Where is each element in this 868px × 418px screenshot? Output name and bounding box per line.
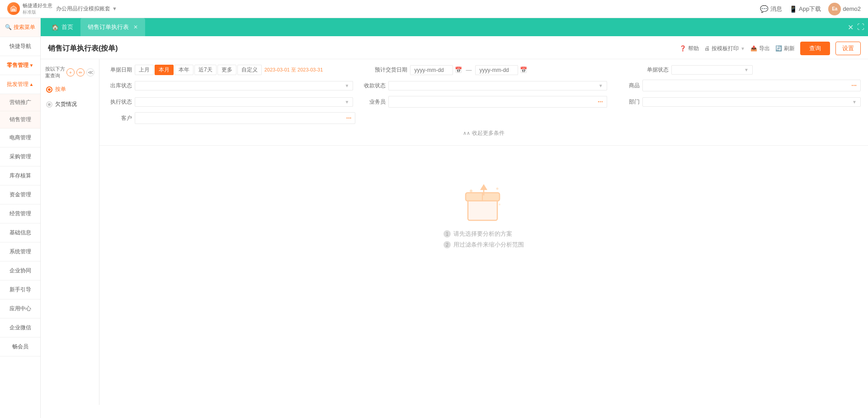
scheme-item-owe-goods[interactable]: 欠货情况 — [41, 97, 99, 112]
sidebar-finance[interactable]: 资金管理 — [0, 185, 40, 204]
scheme-sidebar: 按以下方案查询 + ✏ ≪ 按单 — [41, 59, 99, 405]
tab-close-all-btn[interactable]: ✕ — [848, 23, 854, 32]
salesman-select[interactable]: ··· — [388, 96, 607, 108]
date-btn-last-month[interactable]: 上月 — [135, 65, 154, 75]
exec-status-select[interactable]: ▼ — [135, 97, 353, 107]
sidebar-ops-label: 经营管理 — [9, 210, 31, 217]
sidebar-member-label: 畅会员 — [12, 343, 28, 350]
filter-row-1: 单据日期 上月 本月 本年 近7天 更多 自定义 — [107, 65, 861, 75]
help-icon: ❓ — [679, 45, 686, 52]
tab-bar-actions: ✕ ⛶ — [848, 23, 864, 32]
search-icon: 🔍 — [5, 24, 12, 30]
username: demo2 — [843, 5, 861, 12]
print-label: 按模板打印 — [712, 45, 739, 52]
settings-button[interactable]: 设置 — [835, 42, 861, 55]
date-label: 单据日期 — [107, 66, 132, 74]
date-btn-7days[interactable]: 近7天 — [194, 65, 217, 75]
date-btn-this-month[interactable]: 本月 — [155, 65, 174, 75]
calendar-end-icon[interactable]: 📅 — [520, 66, 527, 73]
page-inner: 销售订单执行表(按单) ❓ 帮助 🖨 按模板打印 ▼ 📤 — [41, 36, 868, 418]
page-title: 销售订单执行表(按单) — [48, 44, 118, 53]
svg-point-5 — [496, 188, 499, 190]
customer-select[interactable]: ··· — [135, 112, 355, 124]
order-status-select[interactable]: ▼ — [671, 65, 753, 75]
filter-row-2: 出库状态 ▼ 收款状态 — [107, 80, 861, 91]
breadcrumb: 办公用品行业模拟账套 ▼ — [56, 5, 117, 13]
app-icon: 📱 — [789, 5, 797, 13]
tab-expand-btn[interactable]: ⛶ — [857, 23, 864, 32]
sidebar-marketing[interactable]: 营销推广 — [0, 94, 40, 111]
sidebar-wechat-label: 企业微信 — [9, 324, 31, 331]
refresh-btn[interactable]: 🔄 刷新 — [775, 45, 795, 52]
top-bar-right: 💬 消息 📱 App下载 Ea demo2 — [760, 3, 861, 15]
query-button[interactable]: 查询 — [800, 42, 830, 55]
empty-svg — [461, 182, 506, 223]
help-btn[interactable]: ❓ 帮助 — [679, 45, 699, 52]
date-btn-custom[interactable]: 自定义 — [237, 65, 262, 75]
scheme-collapse-btn[interactable]: ≪ — [86, 68, 94, 76]
empty-hint-2-text: 用过滤条件来缩小分析范围 — [453, 241, 524, 249]
sidebar-wechat[interactable]: 企业微信 — [0, 318, 40, 337]
sidebar-appcenter[interactable]: 应用中心 — [0, 299, 40, 318]
expected-date-end-input[interactable] — [475, 65, 518, 75]
scheme-item-press-order[interactable]: 按单 — [41, 82, 99, 97]
wholesale-arrow-icon: ▲ — [29, 82, 34, 87]
app-download-btn[interactable]: 📱 App下载 — [789, 5, 821, 13]
tab-close-icon[interactable]: ✕ — [133, 24, 138, 30]
scheme-add-btn[interactable]: + — [66, 68, 75, 76]
message-btn[interactable]: 💬 消息 — [760, 5, 782, 13]
date-btn-this-year[interactable]: 本年 — [175, 65, 193, 75]
user-avatar-btn[interactable]: Ea demo2 — [828, 3, 861, 15]
calendar-start-icon[interactable]: 📅 — [455, 66, 462, 73]
print-arrow-icon: ▼ — [741, 46, 745, 51]
sidebar-quicknav[interactable]: 快捷导航 — [0, 37, 40, 56]
sidebar-salesmgmt[interactable]: 销售管理 — [0, 111, 40, 128]
scheme-edit-btn[interactable]: ✏ — [76, 68, 85, 76]
sidebar-ecom[interactable]: 电商管理 — [0, 128, 40, 147]
sidebar-newbie[interactable]: 新手引导 — [0, 280, 40, 299]
content-area: 🏠 首页 销售订单执行表 ✕ ✕ ⛶ 销售订单执行表(按单) ❓ — [41, 18, 868, 418]
tab-sales-exec[interactable]: 销售订单执行表 ✕ — [80, 18, 145, 36]
expected-date-start-input[interactable] — [410, 65, 453, 75]
print-icon: 🖨 — [704, 45, 710, 52]
sidebar-member[interactable]: 畅会员 — [0, 337, 40, 356]
scheme-active-dot — [46, 86, 52, 93]
tab-home[interactable]: 🏠 首页 — [44, 18, 80, 36]
print-btn[interactable]: 🖨 按模板打印 ▼ — [704, 45, 745, 52]
scheme-inactive-inner-dot — [48, 103, 51, 106]
sidebar-item-wholesale[interactable]: 批发管理 ▲ — [0, 75, 40, 94]
filter-panel: 单据日期 上月 本月 本年 近7天 更多 自定义 — [99, 59, 868, 146]
collapse-bar[interactable]: ∧∧ 收起更多条件 — [107, 127, 861, 140]
help-label: 帮助 — [688, 45, 699, 52]
refresh-label: 刷新 — [784, 45, 795, 52]
sidebar-inventory[interactable]: 库存核算 — [0, 166, 40, 185]
sidebar: 🔍 搜索菜单 快捷导航 零售管理 ▼ 批发管理 ▲ 营销推广 销售管理 电商管理… — [0, 18, 41, 418]
sidebar-item-retail[interactable]: 零售管理 ▼ — [0, 56, 40, 75]
export-btn[interactable]: 📤 导出 — [750, 45, 770, 52]
product-select[interactable]: ··· — [642, 80, 861, 91]
sidebar-sys[interactable]: 系统管理 — [0, 242, 40, 261]
top-bar: 畅捷通好生意 标准版 办公用品行业模拟账套 ▼ 💬 消息 📱 App下载 Ea … — [0, 0, 868, 18]
filter-row-3: 执行状态 ▼ 业务员 ··· — [107, 96, 861, 108]
filter-content-area: 单据日期 上月 本月 本年 近7天 更多 自定义 — [99, 59, 868, 405]
tab-home-label: 首页 — [61, 23, 73, 31]
sidebar-ops[interactable]: 经营管理 — [0, 204, 40, 223]
export-label: 导出 — [759, 45, 770, 52]
sidebar-corp[interactable]: 企业协同 — [0, 261, 40, 280]
collect-status-select[interactable]: ▼ — [388, 81, 607, 90]
collect-status-filter: 收款状态 ▼ — [360, 81, 607, 90]
sidebar-search[interactable]: 🔍 搜索菜单 — [0, 18, 40, 37]
ship-status-select[interactable]: ▼ — [135, 81, 353, 90]
logo-brand: 畅捷通好生意 — [23, 2, 52, 9]
scheme-inner-dot — [48, 88, 51, 91]
date-btn-more[interactable]: 更多 — [217, 65, 236, 75]
breadcrumb-arrow-icon[interactable]: ▼ — [112, 6, 117, 11]
app-label: App下载 — [799, 5, 821, 13]
avatar: Ea — [828, 3, 841, 15]
sidebar-finance-label: 资金管理 — [9, 191, 31, 198]
date-buttons: 上月 本月 本年 近7天 更多 自定义 — [135, 65, 262, 75]
dept-select[interactable]: ▼ — [642, 97, 861, 107]
logo-text-area: 畅捷通好生意 标准版 — [23, 2, 52, 15]
sidebar-basic[interactable]: 基础信息 — [0, 223, 40, 242]
sidebar-purchase[interactable]: 采购管理 — [0, 147, 40, 166]
